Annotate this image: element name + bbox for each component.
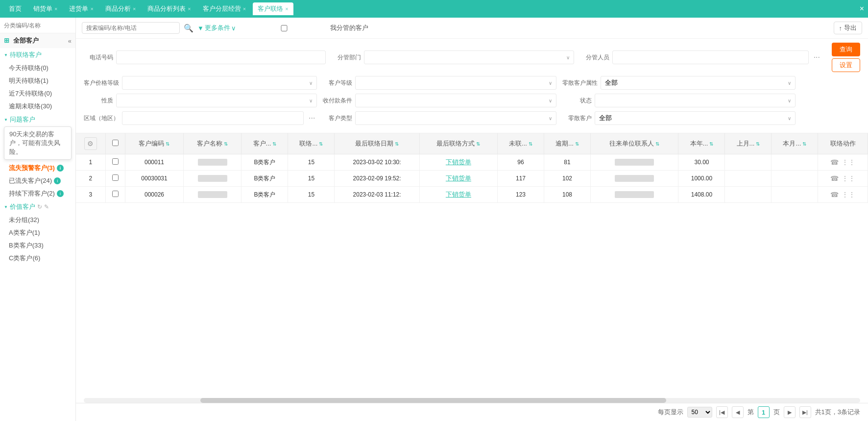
sidebar-item-declining[interactable]: 持续下滑客户(2) i xyxy=(0,187,75,200)
row3-method-link[interactable]: 下销货单 xyxy=(446,191,471,198)
edit-icon[interactable]: ✎ xyxy=(44,203,49,210)
th-this-year[interactable]: 本年... ⇅ xyxy=(678,133,725,154)
row2-more-icon[interactable]: ⋮⋮ xyxy=(842,174,855,182)
row3-type: B类客户 xyxy=(241,187,288,203)
row3-last-method[interactable]: 下销货单 xyxy=(419,187,497,203)
sidebar-root-header[interactable]: ⊞ 全部客户 « xyxy=(0,33,75,48)
filter-dept-select[interactable]: ∨ xyxy=(364,50,574,64)
export-button[interactable]: ↑ 导出 xyxy=(834,22,863,34)
row2-checkbox[interactable] xyxy=(112,174,119,181)
sidebar-item-class-a[interactable]: A类客户(1) xyxy=(0,226,75,239)
sidebar-item-tomorrow[interactable]: 明天待联络(1) xyxy=(0,74,75,87)
close-tab-purchase[interactable]: × xyxy=(90,6,93,12)
row1-checkbox-cell[interactable] xyxy=(105,154,125,171)
row3-checkbox-cell[interactable] xyxy=(105,187,125,203)
tab-customer-contact[interactable]: 客户联络 × xyxy=(253,2,293,15)
tab-sales[interactable]: 销货单 × xyxy=(28,2,62,15)
my-customers-checkbox[interactable]: 我分管的客户 xyxy=(240,24,368,32)
sidebar-group-problem[interactable]: ▼ 问题客户 xyxy=(0,113,75,126)
row2-checkbox-cell[interactable] xyxy=(105,171,125,187)
row1-contact-icon[interactable]: ☎ xyxy=(830,158,839,166)
row1-method-link[interactable]: 下销货单 xyxy=(446,158,471,166)
search-button[interactable]: 🔍 xyxy=(184,24,193,33)
filter-sparse-customer-select[interactable]: 全部 ∨ xyxy=(595,111,796,125)
sidebar-item-class-c[interactable]: C类客户(6) xyxy=(0,252,75,265)
sidebar-item-ungrouped[interactable]: 未分组(32) xyxy=(0,214,75,226)
th-customer-type[interactable]: 客户... ⇅ xyxy=(241,133,288,154)
payment-chevron: ∨ xyxy=(549,98,552,103)
sidebar-item-overdue[interactable]: 逾期未联络(30) xyxy=(0,100,75,113)
search-input[interactable] xyxy=(82,22,180,34)
first-page-btn[interactable]: |◀ xyxy=(716,406,728,418)
horizontal-scrollbar[interactable] xyxy=(84,398,860,403)
tab-customer-tier[interactable]: 客户分层经营 × xyxy=(198,2,251,15)
more-conditions-btn[interactable]: ▼ 更多条件 ∨ xyxy=(197,24,236,32)
sidebar-group-pending[interactable]: ▼ 待联络客户 xyxy=(0,48,75,62)
close-all-button[interactable]: × xyxy=(860,4,864,13)
sidebar-group-value[interactable]: ▼ 价值客户 ↻ ✎ xyxy=(0,200,75,214)
prev-page-btn[interactable]: ◀ xyxy=(732,406,744,418)
filter-nature-select[interactable]: ∨ xyxy=(116,94,317,107)
scrollbar-thumb[interactable] xyxy=(200,398,666,403)
sidebar-item-class-b[interactable]: B类客户(33) xyxy=(0,239,75,252)
th-name[interactable]: 客户名称 ⇅ xyxy=(183,133,241,154)
row2-contact-icon[interactable]: ☎ xyxy=(830,174,839,182)
row2-method-link[interactable]: 下销货单 xyxy=(446,174,471,182)
close-tab-customer-tier[interactable]: × xyxy=(243,6,246,12)
th-overdue-days[interactable]: 逾期... ⇅ xyxy=(544,133,591,154)
filter-sparse-customer-label: 零散客户 xyxy=(562,114,592,123)
th-last-contact-method[interactable]: 最后联络方式 ⇅ xyxy=(419,133,497,154)
settings-button[interactable]: 设置 xyxy=(832,58,860,72)
row2-name xyxy=(183,171,241,187)
th-this-month[interactable]: 本月... ⇅ xyxy=(772,133,818,154)
th-contact-person[interactable]: 往来单位联系人 ⇅ xyxy=(590,133,678,154)
region-dots-btn[interactable]: ··· xyxy=(307,114,317,123)
th-last-month[interactable]: 上月... ⇅ xyxy=(725,133,772,154)
th-contact-count[interactable]: 联络... ⇅ xyxy=(288,133,335,154)
tab-product-analysis-list[interactable]: 商品分析列表 × xyxy=(143,2,195,15)
next-page-btn[interactable]: ▶ xyxy=(784,406,796,418)
sidebar-item-7days[interactable]: 近7天待联络(0) xyxy=(0,87,75,100)
sidebar-item-churn-warning[interactable]: 流失预警客户(3) i xyxy=(0,162,75,174)
filter-phone-input[interactable] xyxy=(116,50,326,64)
per-page-select[interactable]: 50 20 100 xyxy=(687,407,712,418)
sidebar-collapse-btn[interactable]: « xyxy=(68,37,72,45)
close-tab-sales[interactable]: × xyxy=(54,6,57,12)
sidebar-item-churned[interactable]: 已流失客户(24) i xyxy=(0,174,75,187)
row1-last-method[interactable]: 下销货单 xyxy=(419,154,497,171)
filter-region-input[interactable] xyxy=(122,111,304,125)
close-tab-customer-contact[interactable]: × xyxy=(285,6,288,12)
th-checkbox[interactable] xyxy=(105,133,125,154)
th-code[interactable]: 客户编码 ⇅ xyxy=(125,133,184,154)
tab-product-analysis[interactable]: 商品分析 × xyxy=(100,2,141,15)
tab-home[interactable]: 首页 xyxy=(4,2,26,15)
tab-purchase[interactable]: 进货单 × xyxy=(64,2,98,15)
filter-manager-input[interactable] xyxy=(612,50,809,64)
row3-more-icon[interactable]: ⋮⋮ xyxy=(842,191,855,198)
th-last-contact-date[interactable]: 最后联络日期 ⇅ xyxy=(335,133,419,154)
th-unlink-days[interactable]: 未联... ⇅ xyxy=(498,133,544,154)
refresh-icon[interactable]: ↻ xyxy=(37,203,42,210)
sidebar-item-today[interactable]: 今天待联络(0) xyxy=(0,62,75,74)
select-all-checkbox[interactable] xyxy=(112,140,119,146)
my-customers-check[interactable] xyxy=(240,25,328,31)
filter-sparse-attr-select[interactable]: 全部 ∨ xyxy=(601,76,796,90)
filter-customer-tier-select[interactable]: ∨ xyxy=(355,76,556,90)
row1-checkbox[interactable] xyxy=(112,158,119,165)
th-gear[interactable]: ⚙ xyxy=(76,133,105,154)
row3-checkbox[interactable] xyxy=(112,191,119,197)
row2-last-method[interactable]: 下销货单 xyxy=(419,171,497,187)
sidebar-search-input[interactable] xyxy=(4,22,76,29)
filter-price-tier-select[interactable]: ∨ xyxy=(122,76,317,90)
row3-contact-icon[interactable]: ☎ xyxy=(830,191,839,198)
close-tab-product-analysis[interactable]: × xyxy=(133,6,136,12)
filter-customer-type-select[interactable]: ∨ xyxy=(355,111,556,125)
query-button[interactable]: 查询 xyxy=(832,43,860,56)
filter-payment-select[interactable]: ∨ xyxy=(355,94,556,107)
row1-more-icon[interactable]: ⋮⋮ xyxy=(842,158,855,166)
gear-icon[interactable]: ⚙ xyxy=(84,137,97,150)
close-tab-product-analysis-list[interactable]: × xyxy=(188,6,191,12)
manager-dots-btn[interactable]: ··· xyxy=(812,53,822,62)
last-page-btn[interactable]: ▶| xyxy=(799,406,811,418)
filter-status-select[interactable]: ∨ xyxy=(595,94,796,107)
